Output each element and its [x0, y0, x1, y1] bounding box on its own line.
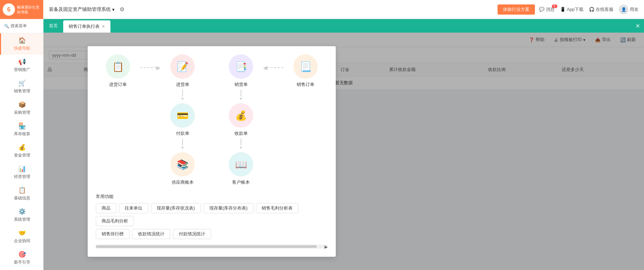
- sidebar-item-newcomer[interactable]: 🎯 新手引导: [0, 247, 43, 269]
- common-buttons-row-2: 销售排行榜 收款情况统计 付款情况统计: [96, 229, 328, 239]
- common-functions: 常用功能 商品 往来单位 现存量(库存状况表) 现存量(库存分布表) 销售毛利分…: [96, 194, 328, 239]
- tabbar: 首页 销售订单执行表 ✕ ✕: [43, 19, 644, 33]
- search-menu-button[interactable]: 🔍 搜索菜单: [3, 22, 40, 30]
- sidebar-item-quick-nav[interactable]: 🏠 快捷导航: [0, 33, 43, 55]
- popup-scrollbar[interactable]: [96, 245, 328, 249]
- sidebar-item-inventory[interactable]: 🏪 库存核算: [0, 119, 43, 140]
- clipboard-icon: 📋: [18, 186, 26, 194]
- sales-bill-label: 销货单: [234, 82, 248, 88]
- popup-scrollbar-thumb: [96, 245, 317, 248]
- sidebar-item-finance[interactable]: 💰 资金管理: [0, 140, 43, 162]
- common-buttons-row-1: 商品 往来单位 现存量(库存状况表) 现存量(库存分布表) 销售毛利分析表 商品…: [96, 203, 328, 226]
- target-icon: 🎯: [18, 251, 26, 258]
- system-title: 装备及固定资产辅助管理系统 ▾ ⚙: [49, 5, 493, 14]
- purchase-order-circle: 📋: [106, 54, 130, 79]
- arrow-right-icon: ▶: [156, 65, 160, 71]
- receipt-order-label: 收款单: [234, 130, 248, 137]
- purchase-bill-node: 📝 进货单: [160, 54, 205, 88]
- user-profile-button[interactable]: 👤 用友: [619, 5, 639, 14]
- trial-button[interactable]: 体验行业方案: [498, 4, 535, 15]
- receipt-order-node: 💰 收款单: [219, 103, 263, 137]
- workflow-popup: 📋 进货订单 ▶ 📝: [88, 46, 336, 257]
- store-icon: 🏪: [18, 122, 26, 130]
- btn-product-profit-analysis[interactable]: 商品毛利分析: [96, 216, 134, 226]
- sidebar-item-marketing[interactable]: 📢 营销推广: [0, 55, 43, 76]
- message-button[interactable]: 💬 消息 5: [539, 6, 555, 13]
- logo-icon: 6: [3, 3, 15, 16]
- supplier-account-label: 供应商账本: [172, 179, 194, 185]
- sidebar-item-sales[interactable]: 🛒 销售管理: [0, 76, 43, 97]
- btn-counterparty[interactable]: 往来单位: [119, 203, 148, 213]
- tabbar-close-button[interactable]: ✕: [631, 23, 644, 29]
- btn-receipt-stats[interactable]: 收款情况统计: [132, 229, 170, 239]
- arrow-sales-order-to-bill: ◀: [263, 65, 283, 71]
- sidebar-item-basic-info[interactable]: 📋 基础信息: [0, 183, 43, 204]
- sidebar-item-system[interactable]: ⚙️ 系统管理: [0, 204, 43, 226]
- workflow-row-arrows-2: ▼ ▼: [96, 139, 328, 149]
- receipt-icon: 💰: [235, 110, 247, 121]
- app-download-button[interactable]: 📱 App下载: [560, 6, 584, 13]
- logo-text: 畅康通好生意 标准版: [17, 5, 39, 15]
- workflow-row-3: 📚 供应商账本 📖 客户账本: [96, 152, 328, 185]
- tab-sales-order[interactable]: 销售订单执行表 ✕: [63, 20, 110, 33]
- sales-order-node: 📃 销售订单: [283, 54, 328, 88]
- btn-payment-stats[interactable]: 付款情况统计: [173, 229, 211, 239]
- btn-sales-ranking[interactable]: 销售排行榜: [96, 229, 129, 239]
- sales-bill-node: 📑 销货单: [219, 54, 263, 88]
- sidebar-logo: 6 畅康通好生意 标准版: [0, 0, 43, 19]
- message-badge: 5: [552, 4, 557, 8]
- cart-icon: 🛒: [18, 79, 26, 87]
- arrow-down-purchase-bill: ▼: [180, 96, 185, 101]
- arrow-down-payment: ▼: [180, 145, 185, 150]
- btn-sales-profit-analysis[interactable]: 销售毛利分析表: [256, 203, 298, 213]
- system-title-dropdown[interactable]: 装备及固定资产辅助管理系统 ▾: [49, 6, 115, 13]
- customer-account-node: 📖 客户账本: [219, 152, 263, 185]
- sales-order-circle: 📃: [293, 54, 318, 79]
- scroll-right-arrow[interactable]: ▶: [325, 245, 328, 249]
- sidebar-nav: 🏠 快捷导航 📢 营销推广 🛒 销售管理 📦 采购管理 🏪 库存核算 💰: [0, 33, 43, 270]
- supplier-account-circle: 📚: [170, 152, 195, 177]
- customer-icon: 📖: [235, 159, 247, 170]
- settings-icon[interactable]: ⚙: [117, 5, 127, 14]
- payment-order-circle: 💳: [170, 103, 195, 128]
- receipt-order-circle: 💰: [229, 103, 253, 128]
- arrow-down-receipt: ▼: [239, 145, 243, 150]
- sales-order-label: 销售订单: [297, 82, 314, 88]
- btn-inventory-status[interactable]: 现存量(库存状况表): [151, 203, 201, 213]
- customer-account-circle: 📖: [229, 152, 253, 177]
- supplier-icon: 📚: [177, 159, 189, 170]
- tab-home[interactable]: 首页: [43, 19, 63, 33]
- sidebar-item-purchase[interactable]: 📦 采购管理: [0, 97, 43, 119]
- avatar: 👤: [619, 5, 628, 14]
- handshake-icon: 🤝: [18, 229, 26, 237]
- workflow-diagram: 📋 进货订单 ▶ 📝: [96, 54, 328, 188]
- box-icon: 📦: [18, 101, 26, 108]
- topbar-actions: 💬 消息 5 📱 App下载 🎧 在线客服 👤 用友: [539, 5, 639, 14]
- arrow-purchase-to-bill: ▶: [140, 65, 160, 71]
- chevron-down-icon: ▾: [112, 7, 115, 12]
- purchase-bill-label: 进货单: [176, 82, 189, 88]
- sales-order-icon: 📃: [300, 61, 312, 72]
- message-icon: 💬: [539, 7, 544, 12]
- sidebar: 6 畅康通好生意 标准版 🔍 搜索菜单 🏠 快捷导航 📢 营销推广 �: [0, 0, 43, 270]
- payment-order-label: 付款单: [176, 130, 189, 137]
- sidebar-item-enterprise[interactable]: 🤝 企业协同: [0, 226, 43, 247]
- page-body: ❓ 帮助 🖨 按模板打印 ▾ 📤 导出 🔄 刷新: [43, 33, 644, 270]
- home-icon: 🏠: [18, 37, 26, 44]
- btn-product[interactable]: 商品: [96, 203, 116, 213]
- common-functions-title: 常用功能: [96, 194, 328, 200]
- supplier-account-node: 📚 供应商账本: [160, 152, 205, 185]
- workflow-row-2: 💳 付款单 💰 收款单: [96, 103, 328, 137]
- online-service-button[interactable]: 🎧 在线客服: [589, 6, 613, 13]
- tab-close-icon[interactable]: ✕: [102, 24, 105, 29]
- purchase-bill-icon: 📝: [177, 61, 189, 72]
- sidebar-item-operations[interactable]: 📊 经营管理: [0, 162, 43, 183]
- sidebar-search[interactable]: 🔍 搜索菜单: [0, 19, 43, 33]
- popup-scrollbar-container: ▶: [96, 245, 328, 249]
- money-icon: 💰: [18, 144, 26, 151]
- btn-inventory-distribution[interactable]: 现存量(库存分布表): [204, 203, 254, 213]
- payment-order-node: 💳 付款单: [160, 103, 205, 137]
- workflow-row-1: 📋 进货订单 ▶ 📝: [96, 54, 328, 88]
- purchase-order-label: 进货订单: [109, 82, 127, 88]
- sales-bill-circle: 📑: [229, 54, 253, 79]
